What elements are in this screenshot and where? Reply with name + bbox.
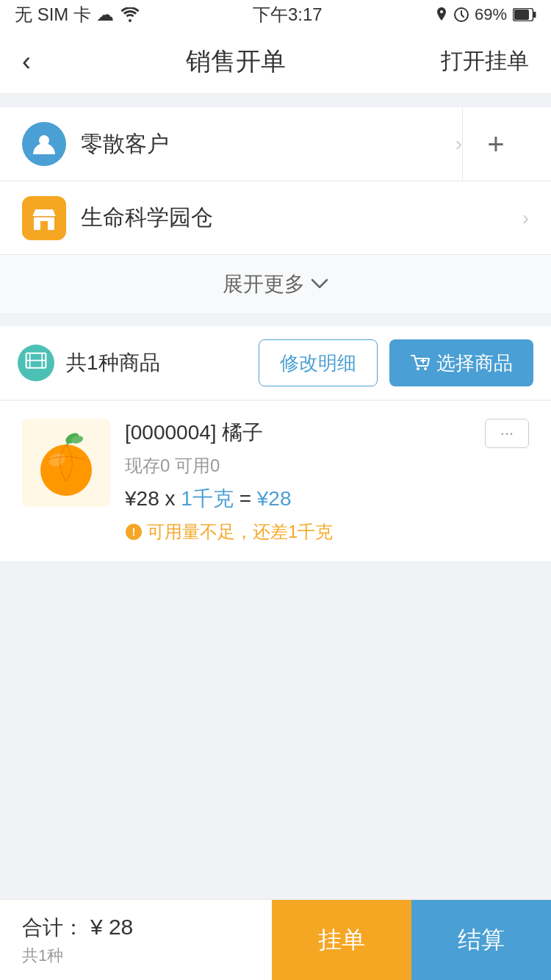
select-product-button[interactable]: 选择商品 — [389, 339, 533, 386]
svg-rect-3 — [514, 10, 529, 20]
footer-total-count: 共1种 — [22, 945, 250, 967]
page-title: 销售开单 — [186, 45, 286, 79]
cart-icon — [25, 352, 47, 374]
user-icon — [31, 131, 57, 157]
warning-icon: ! — [125, 523, 143, 541]
expand-more-button[interactable]: 展开更多 — [0, 254, 551, 313]
product-count-text: 共1种商品 — [66, 349, 247, 377]
battery-icon — [513, 8, 536, 21]
customer-avatar — [22, 122, 66, 166]
section-gap-1 — [0, 94, 551, 107]
footer-total-amount: 合计： ¥ 28 — [22, 913, 250, 942]
location-icon — [435, 7, 448, 22]
product-title: [0000004] 橘子 — [125, 419, 470, 447]
expand-more-label: 展开更多 — [223, 270, 305, 298]
total-label: 合计： — [22, 916, 84, 939]
customer-row[interactable]: 零散客户 › — [22, 107, 463, 181]
customer-section: 零散客户 › + — [0, 107, 551, 181]
status-bar: 无 SIM 卡 ☁ 下午3:17 69% — [0, 0, 551, 29]
equals-label: = — [240, 487, 257, 510]
status-time: 下午3:17 — [253, 3, 323, 26]
product-stock: 现存0 可用0 — [125, 454, 470, 478]
warehouse-chevron-icon: › — [522, 206, 529, 230]
warehouse-section[interactable]: 生命科学园仓 › — [0, 181, 551, 254]
customer-name: 零散客户 — [81, 129, 444, 159]
warehouse-icon — [22, 196, 66, 240]
footer: 合计： ¥ 28 共1种 挂单 结算 — [0, 899, 551, 980]
product-info: [0000004] 橘子 现存0 可用0 ¥28 x 1千克 = ¥28 ! 可… — [125, 419, 470, 544]
clock-icon — [454, 7, 469, 22]
edit-detail-button[interactable]: 修改明细 — [259, 339, 378, 386]
nav-bar: ‹ 销售开单 打开挂单 — [0, 29, 551, 94]
main-content: 零散客户 › + 生命科学园仓 › 展开更多 — [0, 94, 551, 642]
svg-point-9 — [424, 367, 427, 370]
svg-rect-2 — [533, 12, 536, 18]
products-header: 共1种商品 修改明细 选择商品 — [0, 326, 551, 400]
section-gap-2 — [0, 313, 551, 326]
status-bar-right: 69% — [435, 5, 536, 24]
back-button[interactable]: ‹ — [22, 46, 31, 77]
price-unit: x — [165, 487, 181, 510]
open-pending-button[interactable]: 打开挂单 — [441, 46, 529, 76]
footer-total: 合计： ¥ 28 共1种 — [0, 900, 272, 980]
add-cart-icon — [410, 353, 431, 373]
orange-illustration — [29, 426, 103, 500]
price-total: ¥28 — [257, 487, 292, 510]
product-item: [0000004] 橘子 现存0 可用0 ¥28 x 1千克 = ¥28 ! 可… — [0, 401, 551, 561]
product-count-icon — [18, 345, 54, 381]
warning-text: 可用量不足，还差1千克 — [147, 520, 333, 544]
battery-label: 69% — [475, 5, 507, 24]
pending-button[interactable]: 挂单 — [272, 900, 411, 980]
product-price: ¥28 x 1千克 = ¥28 — [125, 485, 470, 513]
price-qty: 1千克 — [181, 487, 234, 510]
svg-text:!: ! — [132, 525, 136, 538]
svg-rect-6 — [40, 221, 48, 230]
product-name-text: 橘子 — [222, 421, 263, 444]
no-sim-label: 无 SIM 卡 ☁ — [15, 3, 114, 26]
store-icon — [31, 205, 57, 231]
wifi-icon — [120, 7, 140, 22]
total-amount: ¥ 28 — [90, 915, 133, 939]
price-value: ¥28 — [125, 487, 159, 510]
warehouse-name: 生命科学园仓 — [81, 203, 511, 233]
add-button[interactable]: + — [463, 128, 529, 161]
product-warning: ! 可用量不足，还差1千克 — [125, 520, 470, 544]
checkout-button[interactable]: 结算 — [411, 900, 551, 980]
status-bar-left: 无 SIM 卡 ☁ — [15, 3, 140, 26]
svg-point-11 — [40, 444, 92, 496]
product-id: [0000004] — [125, 421, 217, 444]
svg-point-8 — [417, 367, 419, 370]
product-more-button[interactable]: ··· — [485, 419, 529, 448]
product-image — [22, 419, 110, 507]
chevron-down-icon — [311, 278, 328, 290]
customer-chevron-icon: › — [455, 132, 462, 156]
